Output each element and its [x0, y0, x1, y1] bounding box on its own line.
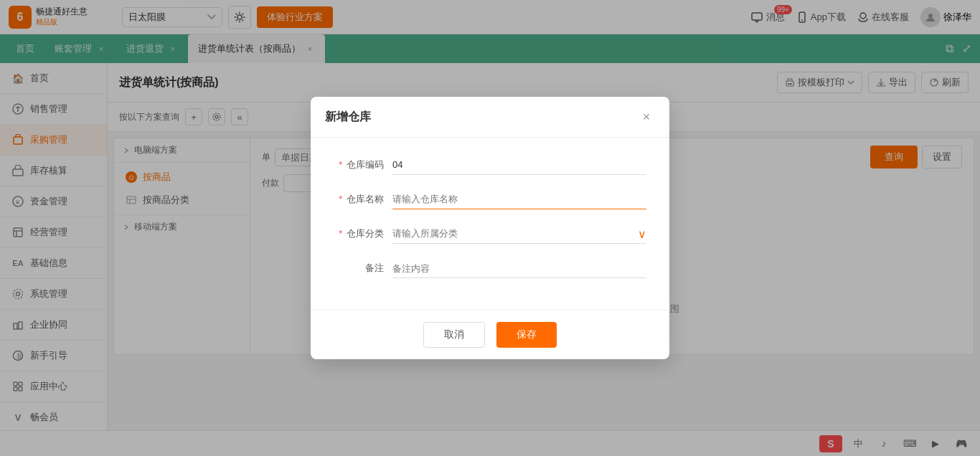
- category-select-row: ∨: [392, 224, 646, 244]
- modal-header: 新增仓库 ×: [311, 97, 669, 138]
- form-row-code: * 仓库编码: [334, 155, 646, 175]
- warehouse-code-input[interactable]: [392, 155, 646, 175]
- form-label-category: * 仓库分类: [334, 227, 384, 240]
- save-button[interactable]: 保存: [496, 322, 557, 348]
- category-chevron-icon: ∨: [638, 227, 646, 241]
- form-label-name: * 仓库名称: [334, 193, 384, 206]
- modal-backdrop: 新增仓库 × * 仓库编码 * 仓库名称: [0, 0, 980, 456]
- warehouse-name-input[interactable]: [392, 189, 646, 209]
- modal-body: * 仓库编码 * 仓库名称 * 仓库分类: [311, 138, 669, 310]
- modal-title: 新增仓库: [325, 110, 371, 125]
- required-star-code: *: [339, 159, 342, 170]
- warehouse-category-input[interactable]: [392, 224, 646, 244]
- required-star-category: *: [339, 228, 342, 239]
- form-label-remark: 备注: [334, 262, 384, 275]
- modal-new-warehouse: 新增仓库 × * 仓库编码 * 仓库名称: [311, 97, 669, 359]
- form-row-category: * 仓库分类 ∨: [334, 224, 646, 244]
- required-star-name: *: [339, 194, 342, 204]
- modal-footer: 取消 保存: [311, 310, 669, 359]
- form-row-name: * 仓库名称: [334, 189, 646, 209]
- form-row-remark: 备注: [334, 258, 646, 278]
- modal-close-button[interactable]: ×: [638, 108, 655, 125]
- warehouse-remark-input[interactable]: [392, 258, 646, 278]
- cancel-button[interactable]: 取消: [423, 322, 485, 348]
- form-label-code: * 仓库编码: [334, 158, 384, 171]
